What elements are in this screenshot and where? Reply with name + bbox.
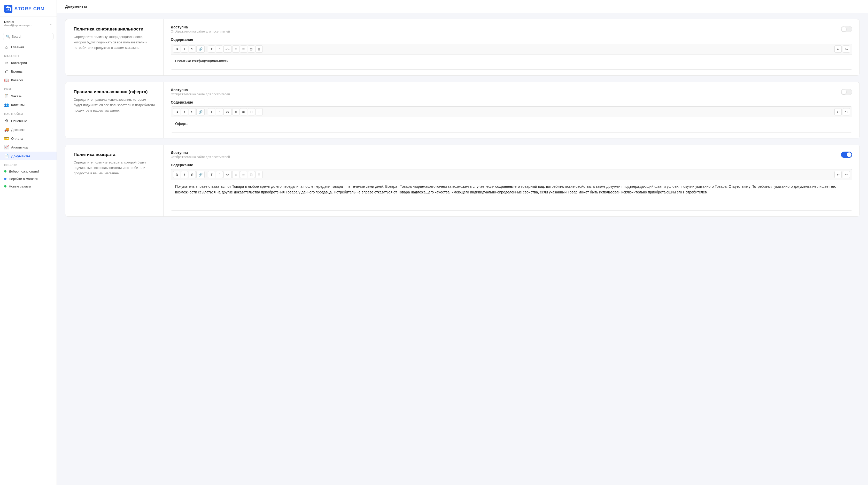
heading-button-privacy[interactable]: T (208, 45, 215, 53)
quote-button-privacy[interactable]: " (216, 45, 223, 53)
sidebar-item-label: Бренды (11, 69, 23, 73)
undo-button-offer[interactable]: ↩ (834, 108, 842, 116)
user-email: daniel@spravtsev.pro (4, 24, 32, 27)
indent-button-privacy[interactable]: ⊡ (248, 45, 255, 53)
quote-button-return[interactable]: " (216, 171, 223, 178)
strikethrough-button-offer[interactable]: S (189, 108, 196, 116)
redo-button-return[interactable]: ↪ (843, 171, 850, 178)
sidebar-item-analytics[interactable]: 📈 Аналитика (0, 143, 57, 152)
quote-button-offer[interactable]: " (216, 108, 223, 116)
section-crm-label: CRM (0, 85, 57, 92)
link-button-privacy[interactable]: 🔗 (196, 45, 205, 53)
section-shop-label: Магазин (0, 52, 57, 59)
ol-button-offer[interactable]: ≣ (240, 108, 247, 116)
toggle-privacy[interactable]: ✕ (841, 26, 852, 32)
undo-button-privacy[interactable]: ↩ (834, 45, 842, 53)
editor-content-return[interactable]: Покупатель вправе отказаться от Товара в… (171, 180, 852, 211)
sidebar-item-catalog[interactable]: 📖 Каталог (0, 76, 57, 85)
sidebar-item-brands[interactable]: 🏷 Бренды (0, 67, 57, 76)
documents-list: Политика конфиденциальности Определите п… (57, 13, 868, 223)
link-item-new-orders[interactable]: Новые заказы (0, 183, 57, 190)
undo-redo-privacy: ↩ ↪ (834, 45, 850, 53)
delivery-icon: 🚚 (4, 127, 9, 132)
link-label: Новые заказы (9, 184, 31, 188)
search-input[interactable] (11, 35, 51, 38)
content-label-privacy: Содержание (171, 37, 852, 41)
dot-green-icon (4, 170, 6, 172)
toolbar-sep1-offer (206, 109, 207, 115)
user-block[interactable]: Daniel daniel@spravtsev.pro ⌄ (0, 17, 57, 30)
redo-button-privacy[interactable]: ↪ (843, 45, 850, 53)
doc-right-offer: Доступна Отображается на сайте для посет… (163, 82, 860, 138)
doc-desc-return: Определите политику возврата, которой бу… (74, 160, 155, 176)
doc-title-offer: Правила использования (оферта) (74, 89, 155, 95)
toggle-thumb-return (847, 152, 851, 157)
content-section-privacy: Содержание B I S 🔗 T " <> ≡ ≣ (171, 37, 852, 70)
doc-left-privacy: Политика конфиденциальности Определите п… (65, 20, 163, 75)
logo-area: STORE CRM (0, 0, 57, 17)
doc-desc-offer: Определите правила использования, которы… (74, 97, 155, 113)
sidebar: STORE CRM Daniel daniel@spravtsev.pro ⌄ … (0, 0, 57, 485)
page-title: Документы (57, 0, 868, 13)
bold-button-privacy[interactable]: B (173, 45, 180, 53)
ul-button-offer[interactable]: ≡ (232, 108, 240, 116)
toggle-thumb-privacy (842, 27, 846, 32)
editor-content-privacy[interactable]: Политика конфиденциальности (171, 54, 852, 70)
available-info-offer: Доступна Отображается на сайте для посет… (171, 88, 230, 96)
sidebar-item-label: Аналитика (11, 146, 28, 149)
sidebar-item-label: Каталог (11, 78, 23, 82)
sidebar-item-home[interactable]: ⌂ Главная (0, 43, 57, 52)
bold-button-offer[interactable]: B (173, 108, 180, 116)
italic-button-return[interactable]: I (181, 171, 188, 178)
clients-icon: 👥 (4, 102, 9, 107)
heading-button-return[interactable]: T (208, 171, 215, 178)
link-button-return[interactable]: 🔗 (196, 171, 205, 178)
documents-icon: 📄 (4, 154, 9, 158)
outdent-button-privacy[interactable]: ⊞ (255, 45, 263, 53)
editor-content-offer[interactable]: Оферта (171, 117, 852, 132)
toggle-offer[interactable]: ✕ (841, 89, 852, 95)
doc-title-privacy: Политика конфиденциальности (74, 27, 155, 32)
sidebar-item-basic[interactable]: ⚙ Основные (0, 117, 57, 125)
chevron-down-icon[interactable]: ⌄ (49, 22, 53, 26)
italic-button-offer[interactable]: I (181, 108, 188, 116)
available-info-return: Доступна Отображается на сайте для посет… (171, 151, 230, 159)
link-item-store[interactable]: Перейти в магазин (0, 175, 57, 183)
indent-button-offer[interactable]: ⊡ (248, 108, 255, 116)
sidebar-item-label: Клиенты (11, 103, 25, 107)
sidebar-item-orders[interactable]: 📋 Заказы (0, 92, 57, 100)
sidebar-item-delivery[interactable]: 🚚 Доставка (0, 125, 57, 134)
outdent-button-offer[interactable]: ⊞ (255, 108, 263, 116)
toggle-return[interactable] (841, 152, 852, 158)
sidebar-item-label: Оплата (11, 137, 23, 140)
catalog-icon: 📖 (4, 78, 9, 83)
code-button-privacy[interactable]: <> (223, 45, 232, 53)
undo-redo-offer: ↩ ↪ (834, 108, 850, 116)
heading-button-offer[interactable]: T (208, 108, 215, 116)
link-item-welcome[interactable]: Добро пожаловать! (0, 168, 57, 175)
ul-button-return[interactable]: ≡ (232, 171, 240, 178)
code-button-return[interactable]: <> (223, 171, 232, 178)
indent-button-return[interactable]: ⊡ (248, 171, 255, 178)
undo-button-return[interactable]: ↩ (834, 171, 842, 178)
outdent-button-return[interactable]: ⊞ (255, 171, 263, 178)
strikethrough-button-return[interactable]: S (189, 171, 196, 178)
toolbar-sep1-privacy (206, 46, 207, 52)
sidebar-item-documents[interactable]: 📄 Документы (0, 152, 57, 160)
redo-button-offer[interactable]: ↪ (843, 108, 850, 116)
doc-title-return: Политика возврата (74, 152, 155, 157)
italic-button-privacy[interactable]: I (181, 45, 188, 53)
sidebar-item-clients[interactable]: 👥 Клиенты (0, 100, 57, 109)
ol-button-privacy[interactable]: ≣ (240, 45, 247, 53)
ul-button-privacy[interactable]: ≡ (232, 45, 240, 53)
sidebar-item-payment[interactable]: 💳 Оплата (0, 134, 57, 143)
search-box[interactable]: 🔍 (3, 33, 54, 40)
ol-button-return[interactable]: ≣ (240, 171, 247, 178)
strikethrough-button-privacy[interactable]: S (189, 45, 196, 53)
sidebar-item-categories[interactable]: 🗂 Категории (0, 59, 57, 67)
dot-blue-icon (4, 178, 6, 180)
bold-button-return[interactable]: B (173, 171, 180, 178)
available-sub-return: Отображается на сайте для посетителей (171, 155, 230, 159)
link-button-offer[interactable]: 🔗 (196, 108, 205, 116)
code-button-offer[interactable]: <> (223, 108, 232, 116)
